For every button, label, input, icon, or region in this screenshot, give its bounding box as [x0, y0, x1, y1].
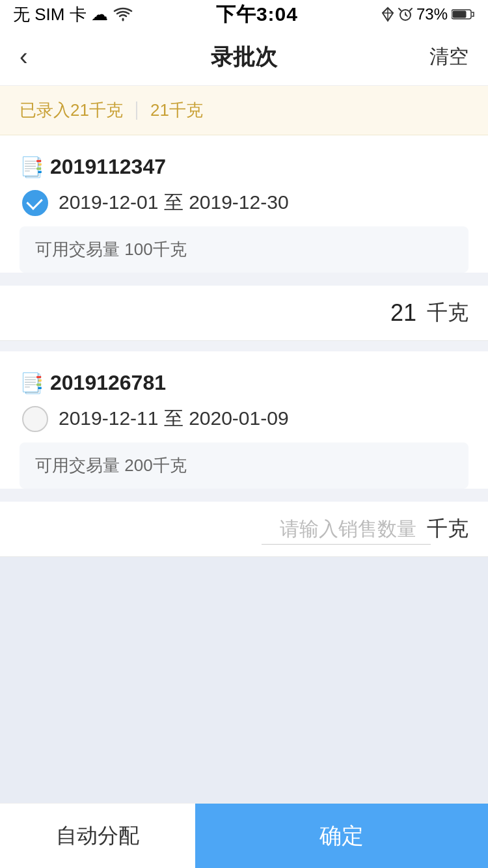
bottom-bar: 自动分配 确定: [0, 803, 488, 868]
batch-2-icon: 📑: [20, 372, 44, 394]
batch-1-date: 2019-12-01 至 2019-12-30: [59, 189, 289, 216]
back-button[interactable]: ‹: [20, 43, 59, 71]
batch-2-availability: 可用交易量 200千克: [20, 442, 468, 489]
status-left: 无 SIM 卡 ☁: [13, 3, 133, 26]
location-icon: [381, 7, 394, 22]
status-time: 下午3:04: [216, 1, 298, 28]
batch-2-header: 📑 2019126781: [20, 371, 468, 395]
batch-1-radio[interactable]: [22, 190, 48, 216]
auto-distribute-button[interactable]: 自动分配: [0, 804, 195, 868]
banner-divider: [136, 102, 137, 120]
batch-1-icon: 📑: [20, 156, 44, 178]
batch-1-amount-input[interactable]: [286, 299, 416, 327]
confirm-button[interactable]: 确定: [195, 804, 488, 868]
status-right: 73%: [381, 5, 475, 23]
page-title: 录批次: [211, 42, 277, 72]
batch-item-1: 📑 2019112347 2019-12-01 至 2019-12-30 可用交…: [0, 135, 488, 273]
batch-2-qty-row: 请输入销售数量 千克: [0, 502, 488, 557]
qty-underline: [262, 544, 431, 545]
batch-1-row: 2019-12-01 至 2019-12-30: [20, 189, 468, 216]
empty-area: [0, 557, 488, 817]
batch-2-id: 2019126781: [50, 371, 166, 395]
clear-button[interactable]: 清空: [429, 44, 468, 70]
batch-2-radio[interactable]: [22, 406, 48, 432]
batch-2-row: 2019-12-11 至 2020-01-09: [20, 405, 468, 432]
status-bar: 无 SIM 卡 ☁ 下午3:04 73%: [0, 0, 488, 29]
batch-1-id: 2019112347: [50, 155, 166, 179]
wifi-icon: [113, 7, 133, 21]
batch-1-unit: 千克: [427, 299, 468, 327]
recorded-amount-label: 已录入21千克: [20, 99, 123, 122]
recorded-amount-value: 21千克: [150, 99, 203, 122]
batch-1-availability: 可用交易量 100千克: [20, 226, 468, 273]
info-banner: 已录入21千克 21千克: [0, 86, 488, 135]
nav-bar: ‹ 录批次 清空: [0, 29, 488, 86]
batch-1-amount-row: 千克: [0, 286, 488, 341]
separator-1: [0, 341, 488, 351]
battery-percent: 73%: [416, 5, 448, 23]
alarm-icon: [398, 7, 413, 22]
batch-2-qty-placeholder: 请输入销售数量: [280, 516, 416, 543]
batch-2-date: 2019-12-11 至 2020-01-09: [59, 405, 289, 432]
svg-rect-2: [453, 11, 467, 18]
sim-label: 无 SIM 卡 ☁: [13, 3, 108, 26]
batch-item-2: 📑 2019126781 2019-12-11 至 2020-01-09 可用交…: [0, 351, 488, 489]
battery-icon: [452, 8, 475, 20]
batch-2-unit: 千克: [427, 515, 468, 543]
batch-1-header: 📑 2019112347: [20, 155, 468, 179]
